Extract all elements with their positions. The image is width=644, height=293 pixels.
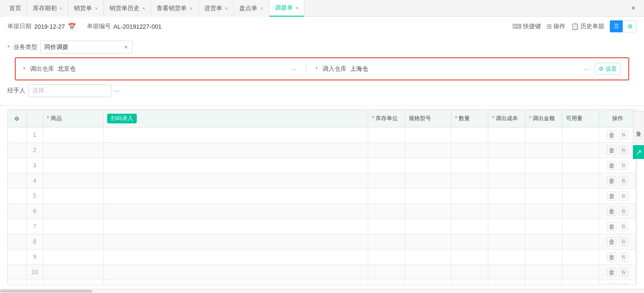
row-spec-cell[interactable] — [405, 234, 451, 250]
row-spec-cell[interactable] — [405, 143, 451, 158]
row-spec-cell[interactable] — [405, 250, 451, 265]
row-qty-cell[interactable] — [451, 280, 488, 286]
row-amount-cell[interactable] — [525, 234, 562, 250]
row-spec-cell[interactable] — [405, 189, 451, 204]
warehouse-settings-button[interactable]: ⚙ 设置 — [595, 63, 621, 75]
row-cost-cell[interactable] — [488, 280, 525, 286]
tab-sales-history-close[interactable]: × — [142, 6, 145, 11]
row-unit-cell[interactable] — [368, 280, 405, 286]
row-cost-cell[interactable] — [488, 234, 525, 250]
row-delete-icon[interactable]: 🗑 — [607, 146, 616, 155]
tab-sales-history[interactable]: 销货单历史 × — [104, 0, 151, 17]
row-product-cell[interactable] — [43, 173, 103, 189]
business-type-select[interactable]: 同价调拨 ▼ — [40, 41, 133, 54]
row-qty-cell[interactable] — [451, 128, 488, 143]
row-copy-icon[interactable]: ⎘ — [619, 283, 628, 285]
row-spec-cell[interactable] — [405, 280, 451, 286]
tab-purchase[interactable]: 进货单 × — [199, 0, 234, 17]
tab-view-sales[interactable]: 查看销货单 × — [151, 0, 198, 17]
row-copy-icon[interactable]: ⎘ — [619, 191, 628, 201]
out-warehouse-value[interactable]: 北京仓 — [58, 65, 76, 73]
row-spec-cell[interactable] — [405, 173, 451, 189]
row-unit-cell[interactable] — [368, 219, 405, 234]
history-button[interactable]: 📋 历史单据 — [571, 22, 604, 31]
shortcut-button[interactable]: ⌨ 快捷键 — [512, 22, 541, 31]
row-product-cell[interactable] — [43, 143, 103, 158]
scan-button[interactable]: 扫码录入 — [107, 114, 137, 123]
notes-tool[interactable]: 备注 — [633, 111, 644, 143]
row-spec-cell[interactable] — [405, 265, 451, 280]
row-copy-icon[interactable]: ⎘ — [619, 176, 628, 185]
row-copy-icon[interactable]: ⎘ — [619, 207, 628, 216]
row-cost-cell[interactable] — [488, 219, 525, 234]
row-unit-cell[interactable] — [368, 143, 405, 158]
row-product-cell[interactable] — [43, 234, 103, 250]
row-amount-cell[interactable] — [525, 173, 562, 189]
row-copy-icon[interactable]: ⎘ — [619, 146, 628, 155]
row-unit-cell[interactable] — [368, 265, 405, 280]
row-unit-cell[interactable] — [368, 189, 405, 204]
row-product-cell[interactable] — [43, 204, 103, 219]
row-unit-cell[interactable] — [368, 204, 405, 219]
tab-stocktake[interactable]: 盘点单 × — [234, 0, 269, 17]
row-delete-icon[interactable]: 🗑 — [607, 207, 616, 216]
handler-select[interactable]: 选择... — [28, 84, 111, 97]
col-gear-header[interactable]: ⚙ — [8, 110, 26, 128]
tab-sales-order[interactable]: 销货单 × — [68, 0, 103, 17]
row-qty-cell[interactable] — [451, 234, 488, 250]
tab-purchase-close[interactable]: × — [225, 6, 228, 11]
row-qty-cell[interactable] — [451, 189, 488, 204]
row-spec-cell[interactable] — [405, 204, 451, 219]
row-unit-cell[interactable] — [368, 158, 405, 173]
tab-transfer-close[interactable]: × — [296, 5, 298, 11]
row-spec-cell[interactable] — [405, 158, 451, 173]
row-delete-icon[interactable]: 🗑 — [607, 283, 616, 285]
row-cost-cell[interactable] — [488, 158, 525, 173]
row-qty-cell[interactable] — [451, 143, 488, 158]
in-warehouse-more[interactable]: ··· — [583, 65, 589, 73]
row-amount-cell[interactable] — [525, 280, 562, 286]
row-cost-cell[interactable] — [488, 204, 525, 219]
row-spec-cell[interactable] — [405, 219, 451, 234]
layout-list-button[interactable]: ☰ — [610, 20, 623, 32]
tab-stocktake-close[interactable]: × — [260, 6, 263, 11]
row-delete-icon[interactable]: 🗑 — [607, 191, 616, 201]
tab-home[interactable]: 首页 — [4, 0, 27, 17]
row-delete-icon[interactable]: 🗑 — [607, 176, 616, 185]
row-delete-icon[interactable]: 🗑 — [607, 130, 616, 140]
row-copy-icon[interactable]: ⎘ — [619, 237, 628, 246]
row-qty-cell[interactable] — [451, 158, 488, 173]
row-qty-cell[interactable] — [451, 204, 488, 219]
row-amount-cell[interactable] — [525, 189, 562, 204]
row-amount-cell[interactable] — [525, 158, 562, 173]
calendar-icon[interactable]: 📅 — [68, 23, 76, 30]
row-product-cell[interactable] — [43, 219, 103, 234]
tab-transfer[interactable]: 调拨单 × — [269, 0, 304, 17]
out-warehouse-more[interactable]: ··· — [291, 65, 297, 73]
row-delete-icon[interactable]: 🗑 — [607, 237, 616, 246]
row-cost-cell[interactable] — [488, 265, 525, 280]
row-cost-cell[interactable] — [488, 128, 525, 143]
col-scan-header[interactable]: 扫码录入 — [103, 110, 368, 128]
row-delete-icon[interactable]: 🗑 — [607, 161, 616, 170]
row-product-cell[interactable] — [43, 189, 103, 204]
scrollbar-track[interactable] — [0, 289, 644, 293]
doc-date-value[interactable]: 2019-12-27 — [34, 23, 65, 30]
row-qty-cell[interactable] — [451, 265, 488, 280]
row-qty-cell[interactable] — [451, 173, 488, 189]
tab-view-sales-close[interactable]: × — [189, 6, 192, 11]
tab-sales-order-close[interactable]: × — [95, 6, 97, 11]
row-cost-cell[interactable] — [488, 173, 525, 189]
expand-tool[interactable]: ↗ — [633, 145, 644, 159]
row-copy-icon[interactable]: ⎘ — [619, 222, 628, 231]
tab-stock-init[interactable]: 库存期初 × — [27, 0, 68, 17]
layout-grid-button[interactable]: ⊞ — [624, 20, 637, 32]
row-product-cell[interactable] — [43, 265, 103, 280]
row-unit-cell[interactable] — [368, 234, 405, 250]
row-unit-cell[interactable] — [368, 250, 405, 265]
row-delete-icon[interactable]: 🗑 — [607, 252, 616, 262]
row-amount-cell[interactable] — [525, 143, 562, 158]
row-copy-icon[interactable]: ⎘ — [619, 161, 628, 170]
row-amount-cell[interactable] — [525, 219, 562, 234]
row-amount-cell[interactable] — [525, 265, 562, 280]
